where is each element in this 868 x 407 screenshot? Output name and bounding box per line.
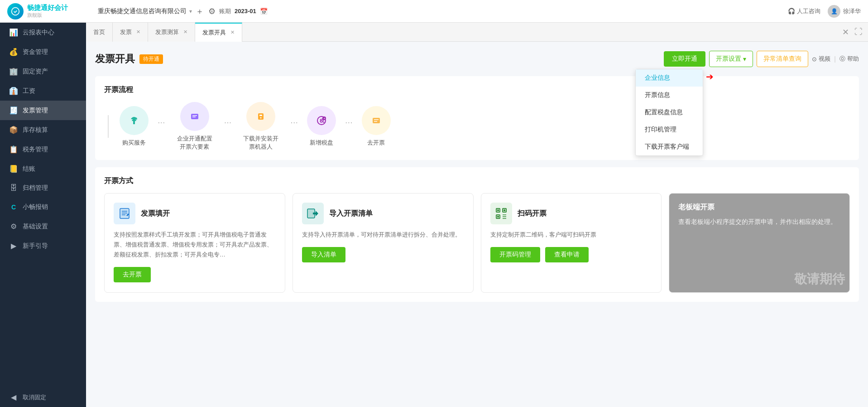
top-bar: 畅捷通好会计 旗舰版 重庆畅捷交通信息咨询有限公司 ▾ ＋ ⚙ 账期 2023-… [0,0,868,23]
tab-label: 发票测算 [155,28,179,36]
money-icon: 💰 [9,48,18,56]
fill-button[interactable]: 去开票 [114,267,151,282]
tax-icon: 📋 [9,145,18,154]
sidebar-bottom: ◀ 取消固定 [0,388,86,407]
flow-step-5: 去开票 [355,106,398,147]
calendar-icon[interactable]: 📅 [260,8,268,15]
chevron-down-icon: ▾ [743,55,746,63]
sidebar-item-kucun[interactable]: 📦 库存核算 [0,120,86,140]
sidebar-item-label: 云报表中心 [23,29,54,37]
method-cards: 发票填开 支持按照发票样式手工填开发票；可开具增值税电子普通发票、增值税普通发票… [104,193,850,293]
sidebar-item-jiezhang[interactable]: 📒 结账 [0,159,86,179]
sidebar-item-guidang[interactable]: 🗄 归档管理 [0,179,86,198]
play-icon: ▶ [9,242,18,250]
dropdown-item-dayinji[interactable]: 打印机管理 [636,121,703,138]
maximize-icon[interactable]: ⛶ [853,25,864,39]
tab-label: 发票 [120,28,132,36]
sidebar-item-shuiwu[interactable]: 📋 税务管理 [0,140,86,159]
tab-label: 首页 [93,28,105,36]
help-button[interactable]: ⓪ 帮助 [839,55,859,63]
dropdown-item-label: 开票信息 [645,91,670,98]
scan-manage-button[interactable]: 开票码管理 [490,247,540,262]
sidebar-item-quxiao[interactable]: ◀ 取消固定 [0,388,86,407]
sidebar-item-fapiao[interactable]: 🧾 发票管理 [0,101,86,120]
import-button[interactable]: 导入清单 [302,247,345,262]
add-icon[interactable]: ＋ [196,6,204,17]
close-icon[interactable]: ✕ [136,29,140,35]
scan-invoice-icon [490,203,512,224]
svg-rect-33 [504,209,505,211]
red-arrow-icon: ➔ [706,71,714,82]
sidebar-item-label: 发票管理 [23,107,48,115]
boss-title: 老板端开票 [678,203,840,212]
sidebar-item-xinshou[interactable]: ▶ 新手引导 [0,236,86,256]
methods-section: 开票方式 [95,167,859,302]
import-title: 导入开票清单 [329,209,373,218]
page-title-area: 发票开具 待开通 [95,52,163,66]
company-name: 重庆畅捷交通信息咨询有限公司 [98,7,187,15]
page-content: 发票开具 待开通 立即开通 开票设置 ▾ [86,42,868,407]
sidebar-item-zijin[interactable]: 💰 资金管理 [0,42,86,62]
svg-rect-10 [259,115,262,116]
scan-title: 扫码开票 [518,209,547,218]
scan-apply-button[interactable]: 查看申请 [545,247,589,262]
sidebar-item-xiaochang[interactable]: C 小畅报销 [0,198,86,217]
gear-icon: ⚙ [9,222,18,231]
dropdown-item-xiazai[interactable]: 下载开票客户端 [636,138,703,155]
consult-button[interactable]: 🎧 人工咨询 [788,7,820,15]
flow-connector-2: ··· [224,117,232,136]
top-right: 🎧 人工咨询 👤 徐泽华 [788,5,861,18]
activate-button[interactable]: 立即开通 [664,51,705,67]
company-selector[interactable]: 重庆畅捷交通信息咨询有限公司 ▾ [98,7,192,15]
close-tab-icon[interactable]: ✕ [840,25,851,39]
flow-connector-1: ··· [158,117,165,136]
flow-step-label-2: 企业开通配置开票六要素 [174,135,215,151]
content-area: 首页 发票 ✕ 发票测算 ✕ 发票开具 ✕ ✕ ⛶ [86,23,868,407]
video-button[interactable]: ⊙ 视频 [812,55,830,63]
period-label: 账期 [219,7,231,15]
abnormal-button[interactable]: 异常清单查询 [757,51,808,67]
chart-icon: 📊 [9,28,18,37]
boss-desc: 查看老板端小程序提交的开票申请，并作出相应的处理。 [678,217,840,228]
dropdown-item-qiyeinfo[interactable]: 企业信息 ➔ [636,69,703,87]
tab-fapiao-kaiju[interactable]: 发票开具 ✕ [195,23,242,42]
sidebar-item-gongzi[interactable]: 👔 工资 [0,81,86,101]
close-icon[interactable]: ✕ [183,29,187,35]
sidebar-item-label: 归档管理 [23,184,48,192]
close-icon[interactable]: ✕ [230,29,235,35]
sidebar-item-yunbao[interactable]: 📊 云报表中心 [0,23,86,42]
sidebar: 📊 云报表中心 💰 资金管理 🏢 固定资产 👔 工资 🧾 发票管理 📦 [0,23,86,407]
sidebar-item-label: 基础设置 [23,223,48,231]
sidebar-item-gudingzichan[interactable]: 🏢 固定资产 [0,62,86,81]
flow-step-icon-5 [362,106,391,135]
fill-desc: 支持按照发票样式手工填开发票；可开具增值税电子普通发票、增值税普通发票、增值税专… [114,230,276,260]
settings-button[interactable]: 开票设置 ▾ [709,51,753,67]
flow-connector-4: ··· [345,117,353,136]
svg-point-11 [260,117,262,119]
svg-text:+: + [323,116,326,121]
dropdown-item-label: 企业信息 [645,74,670,81]
flow-step-icon-2 [180,102,209,131]
building-icon: 🏢 [9,67,18,76]
flow-step-label-5: 去开票 [367,139,385,147]
user-info[interactable]: 👤 徐泽华 [828,5,861,18]
flow-step-1: + 购买服务 [112,106,156,147]
back-icon: ◀ [9,393,18,402]
dropdown-item-peizhi[interactable]: 配置税盘信息 [636,104,703,121]
fill-title: 发票填开 [141,209,170,218]
sidebar-item-jichushezhi[interactable]: ⚙ 基础设置 [0,217,86,236]
tab-fapiao[interactable]: 发票 ✕ [113,23,148,42]
settings-icon[interactable]: ⚙ [208,6,216,16]
method-card-import: 导入开票清单 支持导入待开票清单，可对待开票清单进行拆分、合并处理。 导入清单 [293,193,474,293]
flow-step-label-4: 新增税盘 [310,139,333,147]
status-badge: 待开通 [139,54,163,64]
chevron-down-icon: ▾ [189,8,192,15]
flow-step-label-3: 下载并安装开票机器人 [240,135,281,151]
consult-label: 人工咨询 [797,7,820,15]
flow-steps: + 购买服务 ··· [104,102,850,151]
scan-desc: 支持定制开票二维码，客户端可扫码开票 [490,230,652,240]
tab-fapiao-cesuan[interactable]: 发票测算 ✕ [148,23,195,42]
tab-home[interactable]: 首页 [86,23,113,42]
dropdown-item-kaipiaoxinxi[interactable]: 开票信息 [636,87,703,104]
fill-invoice-icon [114,203,135,224]
